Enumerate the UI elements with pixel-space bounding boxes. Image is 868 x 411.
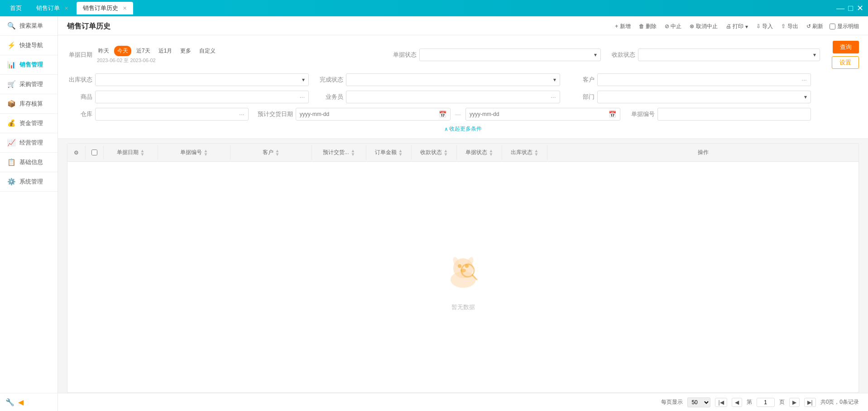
top-bar: 首页 销售订单 ✕ 销售订单历史 ✕ — □ ✕ <box>0 0 868 16</box>
th-expected-delivery[interactable]: 预计交货... ▲▼ <box>312 145 366 160</box>
sidebar-item-inventory-check[interactable]: 📦 库存核算 <box>0 94 58 114</box>
ops-mgmt-icon: 📈 <box>7 139 16 147</box>
page-size-label: 每页显示 <box>661 398 683 406</box>
payment-status-select[interactable]: ▾ <box>638 48 820 61</box>
warehouse-dots-btn[interactable]: ··· <box>239 111 245 118</box>
product-input[interactable]: ··· <box>95 91 309 103</box>
dept-label: 部门 <box>569 93 595 101</box>
export-btn[interactable]: ⇧ 导出 <box>779 22 800 31</box>
sidebar-item-quick-nav[interactable]: ⚡ 快捷导航 <box>0 36 58 55</box>
expected-date-end-input[interactable]: 📅 <box>465 108 620 121</box>
filter-dept: 部门 ▾ <box>560 91 811 103</box>
sort-bill-no[interactable]: ▲▼ <box>204 149 208 156</box>
date-end-field[interactable] <box>470 111 607 117</box>
filter-date: 单据日期 昨天 今天 近7天 近1月 更多 自定义 2023-06-02 至 2… <box>67 46 382 64</box>
th-payment-status[interactable]: 收款状态 ▲▼ <box>412 145 457 160</box>
tab-home[interactable]: 首页 <box>4 2 28 15</box>
tab-sales-order[interactable]: 销售订单 ✕ <box>30 2 75 15</box>
customer-dots-btn[interactable]: ··· <box>801 76 807 83</box>
th-customer[interactable]: 客户 ▲▼ <box>230 145 312 160</box>
select-all-checkbox[interactable] <box>91 150 97 155</box>
table-header: ⚙ 单据日期 ▲▼ 单据编号 ▲▼ 客户 ▲▼ 预计交货. <box>67 144 858 162</box>
sort-bill-date[interactable]: ▲▼ <box>140 149 145 156</box>
date-btn-custom[interactable]: 自定义 <box>196 46 219 56</box>
out-status-select[interactable]: ▾ <box>95 73 309 86</box>
salesperson-dots-btn[interactable]: ··· <box>551 93 556 101</box>
page-size-select[interactable]: 50 20 100 200 <box>687 397 710 407</box>
window-minimize-btn[interactable]: — <box>836 4 844 13</box>
calendar-end-icon[interactable]: 📅 <box>609 111 616 118</box>
date-btn-1month[interactable]: 近1月 <box>155 46 176 56</box>
date-btn-today[interactable]: 昨天 <box>95 46 112 56</box>
next-page-btn[interactable]: ▶ <box>789 398 800 407</box>
sidebar-item-basic-info[interactable]: 📋 基础信息 <box>0 153 58 172</box>
delete-btn[interactable]: 🗑 删除 <box>637 22 658 31</box>
sort-expected-delivery[interactable]: ▲▼ <box>351 149 355 156</box>
stop-btn[interactable]: ⊘ 中止 <box>663 22 683 31</box>
customer-input[interactable]: ··· <box>597 73 811 86</box>
sidebar-item-sales-mgmt[interactable]: 📊 销售管理 <box>0 55 58 75</box>
query-btn[interactable]: 查询 <box>833 41 859 53</box>
display-toggle-checkbox[interactable] <box>830 24 835 29</box>
first-page-btn[interactable]: |◀ <box>715 398 727 407</box>
sort-bill-status[interactable]: ▲▼ <box>489 149 494 156</box>
import-btn[interactable]: ⇩ 导入 <box>754 22 775 31</box>
sidebar-item-system-mgmt[interactable]: ⚙️ 系统管理 <box>0 172 58 192</box>
cancel-stop-btn[interactable]: ⊗ 取消中止 <box>688 22 719 31</box>
date-start-field[interactable] <box>300 111 437 117</box>
th-bill-no[interactable]: 单据编号 ▲▼ <box>158 145 230 160</box>
new-btn[interactable]: + 新增 <box>613 22 632 31</box>
th-out-status[interactable]: 出库状态 ▲▼ <box>502 145 547 160</box>
filter-settings-btn[interactable]: 设置 <box>832 56 859 69</box>
toolbar: + 新增 🗑 删除 ⊘ 中止 ⊗ 取消中止 🖨 打印 ▾ ⇩ 导入 <box>613 22 859 31</box>
date-btn-3days[interactable]: 今天 <box>114 46 131 56</box>
last-page-btn[interactable]: ▶| <box>804 398 816 407</box>
tab-sales-order-history[interactable]: 销售订单历史 ✕ <box>77 2 133 15</box>
page-number-input[interactable] <box>757 398 775 407</box>
window-close-btn[interactable]: ✕ <box>857 3 863 13</box>
sort-payment-status[interactable]: ▲▼ <box>444 149 448 156</box>
sort-customer[interactable]: ▲▼ <box>275 149 280 156</box>
sidebar-item-search-menu[interactable]: 🔍 搜索菜单 <box>0 16 58 36</box>
sort-out-status[interactable]: ▲▼ <box>534 149 539 156</box>
window-maximize-btn[interactable]: □ <box>848 4 853 13</box>
th-bill-status[interactable]: 单据状态 ▲▼ <box>457 145 502 160</box>
sidebar-item-fund-mgmt[interactable]: 💰 资金管理 <box>0 114 58 133</box>
th-bill-date[interactable]: 单据日期 ▲▼ <box>104 145 158 160</box>
sidebar-item-purchase-mgmt[interactable]: 🛒 采购管理 <box>0 75 58 94</box>
salesperson-input[interactable]: ··· <box>346 91 560 103</box>
sidebar-settings-icon[interactable]: 🔧 <box>5 398 14 406</box>
warehouse-input[interactable]: ··· <box>95 108 249 121</box>
expected-date-start-input[interactable]: 📅 <box>296 108 451 121</box>
calendar-start-icon[interactable]: 📅 <box>439 111 446 118</box>
sidebar-collapse-icon[interactable]: ◀ <box>18 398 24 406</box>
refresh-btn[interactable]: ↺ 刷新 <box>805 22 825 31</box>
collapse-btn[interactable]: ∧ 收起更多条件 <box>444 125 482 133</box>
product-dots-btn[interactable]: ··· <box>300 93 305 101</box>
print-btn[interactable]: 🖨 打印 ▾ <box>724 22 750 31</box>
bill-no-input[interactable] <box>657 108 811 121</box>
tab-sales-order-history-close[interactable]: ✕ <box>123 5 127 11</box>
sort-order-amount[interactable]: ▲▼ <box>398 149 403 156</box>
date-range-text: 2023-06-02 至 2023-06-02 <box>97 57 219 64</box>
top-bar-right: — □ ✕ <box>836 3 863 13</box>
salesperson-label: 业务员 <box>318 93 343 101</box>
th-order-amount[interactable]: 订单金额 ▲▼ <box>366 145 412 160</box>
query-section: 查询 设置 <box>827 41 859 69</box>
sidebar-item-ops-mgmt[interactable]: 📈 经营管理 <box>0 133 58 153</box>
prev-page-btn[interactable]: ◀ <box>732 398 742 407</box>
date-label: 单据日期 <box>67 51 92 59</box>
complete-status-select[interactable]: ▾ <box>346 73 560 86</box>
filter-row-2: 出库状态 ▾ 完成状态 ▾ 客户 <box>67 73 859 86</box>
tab-sales-order-close[interactable]: ✕ <box>64 5 68 11</box>
table-area: ⚙ 单据日期 ▲▼ 单据编号 ▲▼ 客户 ▲▼ 预计交货. <box>67 143 859 393</box>
date-btn-7days[interactable]: 近7天 <box>133 46 153 56</box>
th-action: 操作 <box>547 145 858 160</box>
bill-status-select[interactable]: ▾ <box>419 48 601 61</box>
dept-select[interactable]: ▾ <box>597 91 811 103</box>
date-btn-more[interactable]: 更多 <box>177 46 194 56</box>
th-settings[interactable]: ⚙ <box>67 146 86 160</box>
th-checkbox[interactable] <box>86 146 104 159</box>
sales-mgmt-icon: 📊 <box>7 61 16 69</box>
page-header: 销售订单历史 + 新增 🗑 删除 ⊘ 中止 ⊗ 取消中止 🖨 打印 ▾ <box>58 16 868 35</box>
